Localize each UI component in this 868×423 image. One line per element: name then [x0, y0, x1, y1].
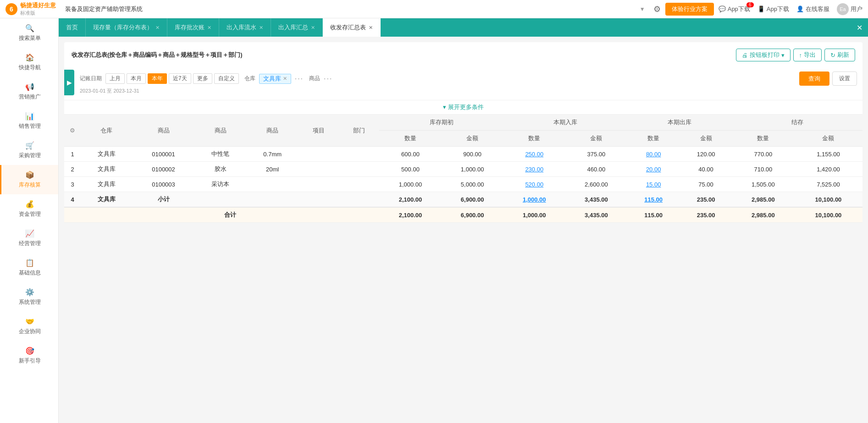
date-btn-last-month[interactable]: 上月: [105, 73, 125, 84]
sidebar-item-collab[interactable]: 🤝 企业协同: [0, 312, 58, 341]
collab-icon: 🤝: [25, 317, 34, 326]
table-footer: 合计 2,100.00 6,900.00 1,000.00 3,435.00 1…: [64, 207, 862, 223]
sidebar-label-search: 搜索菜单: [19, 34, 41, 42]
row1-init-amt: 900.00: [442, 147, 503, 162]
subtotal-empty-4: [339, 192, 379, 208]
tab-recv-summary[interactable]: 收发存汇总表 ✕: [323, 18, 381, 37]
row3-out-qty[interactable]: 15.00: [627, 177, 680, 192]
sales-icon: 📊: [25, 112, 34, 121]
close-all-tabs-button[interactable]: ✕: [851, 23, 868, 32]
sidebar-item-operations[interactable]: 📈 经营管理: [0, 224, 58, 253]
logo-area: 6 畅捷通好生意 标准版: [6, 1, 61, 16]
col-in-amt-header: 金额: [565, 131, 627, 147]
subtotal-out-qty[interactable]: 115.00: [627, 192, 680, 208]
date-btn-custom[interactable]: 自定义: [214, 73, 239, 84]
message-button[interactable]: 💬 App下载 6: [719, 5, 750, 13]
row3-warehouse: 文具库: [81, 177, 133, 192]
top-actions: 💬 App下载 6 📱 App下载 👤 在线客服 Ea 用户: [719, 3, 862, 15]
subtotal-in-qty[interactable]: 1,000.00: [503, 192, 565, 208]
col-bal-qty-header: 数量: [732, 131, 794, 147]
sidebar-item-purchase[interactable]: 🛒 采购管理: [0, 136, 58, 165]
warehouse-tag-close[interactable]: ✕: [283, 76, 287, 82]
app-sub: 标准版: [20, 10, 56, 16]
export-button[interactable]: ↑ 导出: [793, 49, 822, 61]
sidebar-label-collab: 企业协同: [19, 328, 41, 335]
warehouse-tag[interactable]: 文具库 ✕: [259, 74, 291, 84]
total-in-amt: 3,435.00: [565, 207, 627, 223]
search-icon: 🔍: [25, 24, 34, 33]
row1-code: 0100001: [133, 147, 194, 162]
col-init-stock-header: 库存期初: [379, 115, 503, 131]
refresh-button[interactable]: ↻ 刷新: [824, 49, 855, 61]
row2-out-qty[interactable]: 20.00: [627, 162, 680, 177]
tab-recv-summary-close[interactable]: ✕: [369, 25, 373, 31]
sidebar-item-guide[interactable]: 🎯 新手引导: [0, 341, 58, 370]
tab-flow[interactable]: 出入库流水 ✕: [219, 18, 271, 37]
col-settings-icon[interactable]: ⚙: [70, 127, 75, 134]
row3-init-amt: 5,000.00: [442, 177, 503, 192]
tab-stock[interactable]: 现存量（库存分布表） ✕: [86, 18, 167, 37]
sidebar-item-inventory[interactable]: 📦 库存核算: [0, 165, 58, 194]
row3-in-qty[interactable]: 520.00: [503, 177, 565, 192]
row1-bal-qty: 770.00: [732, 147, 794, 162]
trial-button[interactable]: 体验行业方案: [665, 3, 714, 16]
sidebar-item-finance[interactable]: 💰 资金管理: [0, 194, 58, 224]
sidebar-item-marketing[interactable]: 📢 营销推广: [0, 77, 58, 106]
date-btn-more[interactable]: 更多: [193, 73, 212, 84]
page-content: 收发存汇总表(按仓库＋商品编码＋商品＋规格型号＋项目＋部门) 🖨 按钮板打印 ▾…: [59, 37, 868, 423]
row2-init-amt: 1,000.00: [442, 162, 503, 177]
export-label: 导出: [804, 51, 816, 59]
row1-dept: [339, 147, 379, 162]
col-settings: ⚙: [64, 115, 81, 147]
row2-in-amt: 460.00: [565, 162, 627, 177]
sidebar-item-nav[interactable]: 🏠 快捷导航: [0, 48, 58, 77]
row3-in-amt: 2,600.00: [565, 177, 627, 192]
subtotal-no: 4: [64, 192, 81, 208]
online-service-button[interactable]: 👤 在线客服: [796, 5, 829, 13]
filter-toggle-button[interactable]: ▶: [64, 70, 74, 95]
expand-conditions-button[interactable]: ▾ 展开更多条件: [64, 100, 862, 115]
tab-flow-close[interactable]: ✕: [259, 25, 263, 31]
subtotal-init-amt: 6,900.00: [442, 192, 503, 208]
warehouse-more-button[interactable]: ···: [295, 75, 304, 83]
app-download-button[interactable]: 📱 App下载: [757, 5, 789, 13]
row1-in-qty[interactable]: 250.00: [503, 147, 565, 162]
row2-no: 2: [64, 162, 81, 177]
date-btn-this-month[interactable]: 本月: [127, 73, 146, 84]
row2-out-amt: 40.00: [680, 162, 732, 177]
service-label: 在线客服: [806, 5, 829, 13]
tab-summary-label: 出入库汇总: [278, 23, 308, 32]
row3-code: 0100003: [133, 177, 194, 192]
print-button[interactable]: 🖨 按钮板打印 ▾: [736, 49, 791, 61]
setting-button[interactable]: 设置: [832, 71, 857, 86]
query-button[interactable]: 查询: [799, 71, 829, 86]
finance-icon: 💰: [25, 200, 34, 209]
print-dropdown-icon: ▾: [781, 52, 785, 59]
col-warehouse-header: 仓库: [81, 115, 133, 147]
tab-batch[interactable]: 库存批次账 ✕: [167, 18, 219, 37]
col-out-header: 本期出库: [627, 115, 732, 131]
row1-out-qty[interactable]: 80.00: [627, 147, 680, 162]
tab-batch-close[interactable]: ✕: [207, 25, 211, 31]
sidebar-item-search[interactable]: 🔍 搜索菜单: [0, 18, 58, 48]
sidebar-item-system[interactable]: ⚙️ 系统管理: [0, 282, 58, 312]
row1-bal-amt: 1,155.00: [794, 147, 862, 162]
tab-home[interactable]: 首页: [59, 18, 86, 37]
tab-stock-close[interactable]: ✕: [155, 25, 160, 31]
avatar: Ea: [837, 3, 849, 15]
sidebar-item-sales[interactable]: 📊 销售管理: [0, 106, 58, 136]
goods-more-button[interactable]: ···: [324, 75, 332, 83]
subtotal-in-amt: 3,435.00: [565, 192, 627, 208]
row1-spec: 0.7mm: [246, 147, 299, 162]
row2-in-qty[interactable]: 230.00: [503, 162, 565, 177]
tab-summary-close[interactable]: ✕: [311, 25, 315, 31]
settings-gear-icon[interactable]: ⚙: [653, 5, 661, 14]
warehouse-filter: 仓库 文具库 ✕ ···: [244, 74, 304, 84]
user-button[interactable]: Ea 用户: [837, 3, 862, 15]
tab-summary[interactable]: 出入库汇总 ✕: [271, 18, 323, 37]
guide-icon: 🎯: [25, 346, 34, 355]
tab-flow-label: 出入库流水: [227, 23, 256, 32]
sidebar-item-basic-info[interactable]: 📋 基础信息: [0, 253, 58, 282]
date-btn-this-year[interactable]: 本年: [148, 73, 167, 84]
date-btn-7days[interactable]: 近7天: [169, 73, 191, 84]
